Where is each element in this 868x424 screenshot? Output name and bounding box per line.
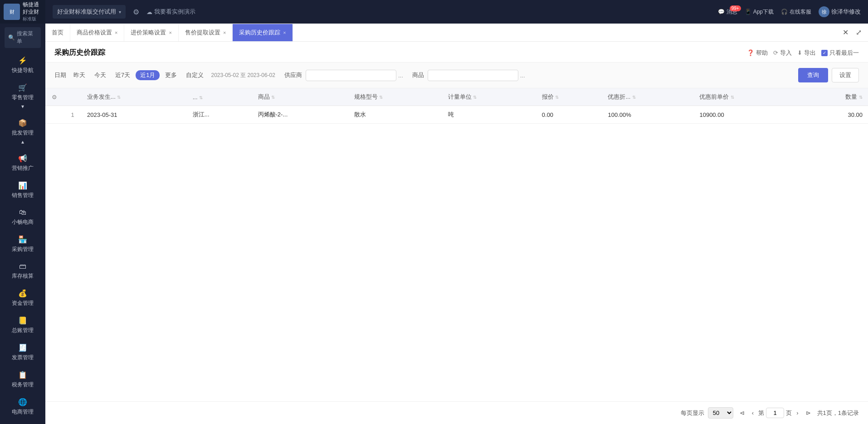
tab-close-button[interactable]: ✕ [840,26,851,39]
tab-price[interactable]: 商品价格设置 × [70,24,124,41]
sales-icon: 📊 [18,181,27,190]
tab-expand-button[interactable]: ⤢ [853,26,864,39]
sidebar-item-finance[interactable]: 💰 资金管理 [0,284,45,312]
ecommerce-small-icon: 🛍 [19,208,26,217]
online-service-button[interactable]: 🎧 在线客服 [781,8,811,16]
page-first-button[interactable]: ⊲ [737,408,747,418]
marketing-icon: 📢 [18,154,27,163]
sidebar-item-ecommerce[interactable]: 🌐 电商管理 [0,393,45,420]
sidebar-item-quick-nav[interactable]: ⚡ 快捷导航 [0,52,45,79]
tab-actions: ✕ ⤢ [836,26,868,39]
app-download-button[interactable]: 📱 App下载 [745,8,774,16]
tab-purchase-strategy[interactable]: 进价策略设置 × [124,24,178,41]
sidebar-item-retail[interactable]: 🛒 零售管理 ▾ [0,79,45,114]
help-icon: ❓ [747,49,754,56]
only-last-checkbox[interactable]: ✓ 只看最后一 [821,49,859,57]
sidebar-item-wholesale[interactable]: 📦 批发管理 ▴ [0,114,45,149]
col-header-discount[interactable]: 优惠折... ⇅ [602,88,694,106]
version-selector[interactable]: 好业财标准版交付试用 ▾ [53,5,126,19]
product-label: 商品 [412,71,424,79]
user-menu[interactable]: 徐 徐泽华修改 [819,6,861,17]
tab-history-price-label: 采购历史价跟踪 [239,29,280,37]
logo-icon: 财 [4,4,20,20]
date-range-display: 2023-05-02 至 2023-06-02 [211,72,275,79]
retail-icon: 🛒 [18,83,27,92]
topbar-gear-icon[interactable]: ⚙ [133,8,139,16]
demo-icon: ☁ [146,9,152,15]
supplier-label: 供应商 [284,71,302,79]
query-button[interactable]: 查询 [798,68,828,82]
sidebar-search-area: 🔍 搜索菜单 [0,24,45,52]
col-header-more[interactable]: ... ⇅ [187,88,253,106]
page-unit: 页 [786,409,792,417]
message-button[interactable]: 💬 消息 99+ [718,8,737,16]
export-button[interactable]: ⬇ 导出 [797,49,816,57]
sidebar-item-accounting[interactable]: 📒 总账管理 [0,312,45,339]
row-more: 浙江... [187,106,253,124]
sidebar-item-purchase[interactable]: 🏪 采购管理 [0,231,45,258]
ecommerce-icon: 🌐 [18,398,27,406]
sort-more-icon: ⇅ [199,95,203,100]
search-icon: 🔍 [8,34,15,41]
tab-history-price-close[interactable]: × [283,30,286,35]
sidebar-item-marketing[interactable]: 📢 营销推广 [0,149,45,177]
col-header-spec[interactable]: 规格型号 ⇅ [349,88,443,106]
page-prev-button[interactable]: ‹ [749,408,756,418]
purchase-icon: 🏪 [18,235,27,244]
col-header-product[interactable]: 商品 ⇅ [253,88,349,106]
supplier-input-wrapper: ... [306,70,403,81]
col-header-date[interactable]: 业务发生... ⇅ [82,88,187,106]
col-header-unit[interactable]: 计量单位 ⇅ [443,88,536,106]
demo-link[interactable]: ☁ 我要看实例演示 [146,8,195,16]
col-header-quantity[interactable]: 数量 ⇅ [802,88,868,106]
tab-home[interactable]: 首页 [45,24,70,41]
table-gear-icon[interactable]: ⚙ [52,94,57,101]
date-more[interactable]: 更多 [161,70,180,80]
supplier-filter: 供应商 ... [284,70,403,81]
col-pre-price-label: 优惠前单价 [699,93,729,100]
sidebar-item-ecommerce-small[interactable]: 🛍 小畅电商 [0,204,45,231]
col-header-price[interactable]: 报价 ⇅ [536,88,603,106]
product-input[interactable] [428,70,518,81]
page-input[interactable] [766,408,784,418]
sidebar-item-tax[interactable]: 📋 税务管理 [0,366,45,393]
setting-button[interactable]: 设置 [832,68,859,82]
date-today[interactable]: 今天 [91,70,110,80]
tab-price-close[interactable]: × [115,30,117,35]
col-header-pre-price[interactable]: 优惠前单价 ⇅ [694,88,802,106]
per-page-select[interactable]: 50 20 100 [708,407,733,419]
date-7days[interactable]: 近7天 [112,70,134,80]
tab-sale-price[interactable]: 售价提取设置 × [179,24,233,41]
page-next-button[interactable]: › [794,408,801,418]
date-custom[interactable]: 自定义 [182,70,207,80]
import-button[interactable]: ⟳ 导入 [773,49,792,57]
help-button[interactable]: ❓ 帮助 [747,49,768,57]
date-label: 日期 [54,71,66,79]
sort-quantity-icon: ⇅ [859,95,863,100]
date-options: 昨天 今天 近7天 近1月 更多 自定义 [70,70,207,80]
supplier-input[interactable] [306,70,396,81]
tab-history-price[interactable]: 采购历史价跟踪 × [233,24,293,41]
quick-nav-icon: ⚡ [18,56,27,65]
col-product-label: 商品 [258,93,270,100]
tabbar: 首页 商品价格设置 × 进价策略设置 × 售价提取设置 × 采购历史价跟踪 × … [45,24,868,42]
tab-sale-price-label: 售价提取设置 [185,29,220,37]
tab-sale-price-close[interactable]: × [223,30,226,35]
sidebar-item-inventory[interactable]: 🗃 库存核算 [0,258,45,284]
sidebar-item-sales[interactable]: 📊 销售管理 [0,177,45,204]
col-price-label: 报价 [542,93,554,100]
page-nav: ⊲ ‹ 第 页 › ⊳ [737,408,814,418]
page-last-button[interactable]: ⊳ [803,408,814,418]
page-header-actions: ❓ 帮助 ⟳ 导入 ⬇ 导出 ✓ 只看最后一 [747,49,859,57]
table-row: 1 2023-05-31 浙江... 丙烯酸-2-... 散水 吨 0.00 1… [45,106,868,124]
supplier-more[interactable]: ... [398,72,403,79]
product-more[interactable]: ... [520,72,525,79]
search-menu-button[interactable]: 🔍 搜索菜单 [5,27,41,48]
date-1month[interactable]: 近1月 [136,70,160,80]
tab-purchase-strategy-close[interactable]: × [169,30,171,35]
row-product: 丙烯酸-2-... [253,106,349,124]
sidebar-item-invoice[interactable]: 🧾 发票管理 [0,339,45,366]
date-yesterday[interactable]: 昨天 [70,70,89,80]
sort-date-icon: ⇅ [117,95,121,100]
sidebar-item-fixed-assets[interactable]: 🏢 固定资产 [0,420,45,424]
